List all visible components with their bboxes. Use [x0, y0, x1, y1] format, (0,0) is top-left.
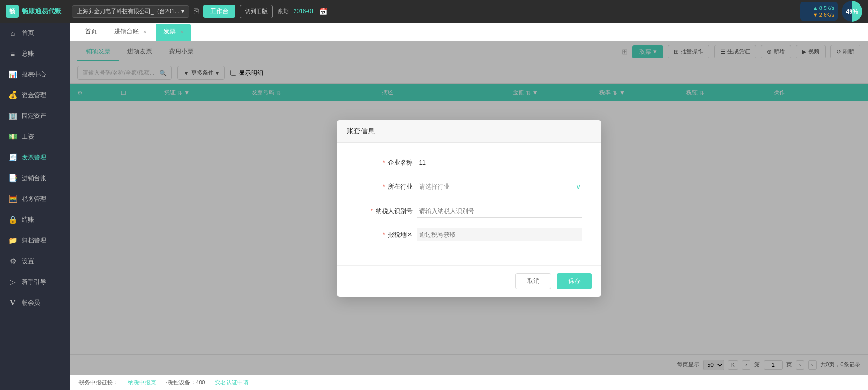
company-name-input[interactable]	[417, 156, 582, 169]
speed-up: ▲ 8.5K/s	[813, 5, 834, 11]
calendar-icon[interactable]: 📅	[319, 8, 327, 15]
tabbar: 首页 进销台账 × 发票 ×	[70, 23, 868, 41]
bottom-text1: ·税务申报链接：	[77, 379, 118, 387]
salary-icon: 💵	[8, 133, 17, 141]
sidebar-item-archive[interactable]: 📁 归档管理	[0, 230, 70, 251]
tab-home[interactable]: 首页	[77, 24, 105, 41]
company-name: 上海卯金刀电子科技有限公司_（台201...	[77, 8, 179, 16]
sidebar-item-fixed[interactable]: 🏢 固定资产	[0, 106, 70, 126]
cancel-button[interactable]: 取消	[515, 273, 551, 289]
account-info-dialog: 账套信息 * 企业名称	[337, 120, 601, 297]
sidebar-label-tax: 税务管理	[22, 195, 46, 203]
progress-circle: 49%	[842, 1, 862, 22]
sidebar-label-guide: 新手引导	[22, 278, 46, 286]
sidebar-item-tax[interactable]: 🧮 税务管理	[0, 189, 70, 209]
tab-fapiao-close[interactable]: ×	[180, 29, 183, 34]
taxregion-input	[417, 228, 582, 241]
archive-icon: 📁	[8, 236, 17, 245]
close-accounts-icon: 🔒	[8, 216, 17, 224]
industry-placeholder: 请选择行业	[419, 183, 450, 191]
taxid-label: * 纳税人识别号	[356, 207, 413, 216]
sidebar-item-guide[interactable]: ▷ 新手引导	[0, 272, 70, 292]
app-logo: 畅 畅康通易代账	[6, 5, 67, 18]
sidebar-label-settings: 设置	[22, 257, 34, 266]
sidebar-item-jinxiao[interactable]: 📑 进销台账	[0, 168, 70, 189]
bottom-text2: ·税控设备：400	[166, 379, 205, 387]
sidebar-label-member: 畅会员	[22, 299, 40, 307]
copy-icon[interactable]: ⎘	[194, 7, 199, 16]
sidebar-item-close[interactable]: 🔒 结账	[0, 209, 70, 230]
dialog-header: 账套信息	[337, 120, 601, 143]
topbar-right: ▲ 8.5K/s ▼ 2.6K/s 49%	[800, 1, 862, 22]
logo-icon: 畅	[6, 5, 19, 18]
industry-field: 请选择行业 ∨	[417, 180, 582, 194]
sidebar-item-member[interactable]: V 畅会员	[0, 292, 70, 313]
sidebar-label-jinxiao: 进销台账	[22, 174, 46, 183]
main-area: 首页 进销台账 × 发票 × 销项发票 进项发票	[70, 23, 868, 390]
save-button[interactable]: 保存	[557, 273, 592, 289]
form-row-company: * 企业名称	[356, 156, 582, 169]
taxid-input[interactable]	[417, 205, 582, 218]
sidebar-item-salary[interactable]: 💵 工资	[0, 126, 70, 147]
sidebar-label-report: 报表中心	[22, 70, 46, 79]
taxid-field	[417, 205, 582, 218]
sidebar-item-settings[interactable]: ⚙ 设置	[0, 251, 70, 272]
invoice-icon: 🧾	[8, 153, 17, 162]
ledger-icon: ≡	[8, 50, 17, 58]
topbar: 畅 畅康通易代账 上海卯金刀电子科技有限公司_（台201... ▾ ⎘ 工作台 …	[0, 0, 868, 23]
industry-label: * 所在行业	[356, 183, 413, 191]
tab-fapiao[interactable]: 发票 ×	[156, 24, 191, 41]
industry-select[interactable]: 请选择行业 ∨	[417, 180, 582, 194]
settings-icon: ⚙	[8, 257, 17, 266]
content-inner: 销项发票 进项发票 费用小票 ⊞ 取票 ▾	[70, 41, 868, 375]
dialog-footer: 取消 保存	[337, 265, 601, 297]
speed-down: ▼ 2.6K/s	[813, 12, 834, 17]
report-icon: 📊	[8, 70, 17, 79]
modal-overlay: 账套信息 * 企业名称	[70, 41, 868, 375]
capital-icon: 💰	[8, 91, 17, 100]
tab-jinxiao[interactable]: 进销台账 ×	[107, 24, 154, 41]
form-row-industry: * 所在行业 请选择行业 ∨	[356, 180, 582, 194]
member-icon: V	[8, 299, 17, 307]
sidebar-item-invoice[interactable]: 🧾 发票管理	[0, 147, 70, 168]
sidebar-label-fixed: 固定资产	[22, 112, 46, 120]
app-name: 畅康通易代账	[22, 7, 61, 16]
sidebar-label-ledger: 总账	[22, 50, 34, 58]
company-selector[interactable]: 上海卯金刀电子科技有限公司_（台201... ▾	[72, 5, 189, 18]
taxregion-field	[417, 228, 582, 241]
sidebar-label-archive: 归档管理	[22, 236, 46, 245]
sidebar-item-home[interactable]: ⌂ 首页	[0, 23, 70, 43]
sidebar-item-ledger[interactable]: ≡ 总账	[0, 43, 70, 64]
bottom-link1[interactable]: 纳税申报页	[128, 379, 156, 387]
sidebar-label-close: 结账	[22, 216, 34, 224]
taxregion-label: * 报税地区	[356, 231, 413, 239]
form-row-taxregion: * 报税地区	[356, 228, 582, 241]
sidebar-label-capital: 资金管理	[22, 91, 46, 100]
sidebar: ⌂ 首页 ≡ 总账 📊 报表中心 💰 资金管理 🏢 固定资产 💵 工资 🧾 发票…	[0, 23, 70, 390]
sidebar-label-home: 首页	[22, 29, 34, 37]
guide-icon: ▷	[8, 278, 17, 286]
old-version-button[interactable]: 切到旧版	[240, 5, 273, 18]
speed-widget: ▲ 8.5K/s ▼ 2.6K/s	[800, 2, 838, 21]
period-value[interactable]: 2016-01	[294, 8, 314, 15]
sidebar-item-report[interactable]: 📊 报表中心	[0, 64, 70, 85]
form-row-taxid: * 纳税人识别号	[356, 205, 582, 218]
sidebar-item-capital[interactable]: 💰 资金管理	[0, 85, 70, 106]
bottom-link2[interactable]: 实名认证申请	[215, 379, 249, 387]
industry-chevron-icon: ∨	[576, 183, 581, 191]
tax-icon: 🧮	[8, 195, 17, 203]
workbench-button[interactable]: 工作台	[203, 5, 235, 18]
chevron-down-icon: ▾	[181, 8, 184, 15]
sidebar-label-invoice: 发票管理	[22, 153, 46, 162]
fixed-icon: 🏢	[8, 112, 17, 120]
content-area: 销项发票 进项发票 费用小票 ⊞ 取票 ▾	[70, 41, 868, 375]
tab-jinxiao-close[interactable]: ×	[143, 29, 146, 34]
dialog-body: * 企业名称 * 所在行业	[337, 143, 601, 265]
main-layout: ⌂ 首页 ≡ 总账 📊 报表中心 💰 资金管理 🏢 固定资产 💵 工资 🧾 发票…	[0, 23, 868, 390]
company-name-label: * 企业名称	[356, 158, 413, 167]
period-label: 账期	[278, 8, 289, 16]
bottom-bar: ·税务申报链接： 纳税申报页 ·税控设备：400 实名认证申请	[70, 375, 868, 390]
sidebar-label-salary: 工资	[22, 133, 34, 141]
jinxiao-icon: 📑	[8, 174, 17, 183]
home-icon: ⌂	[8, 29, 17, 37]
